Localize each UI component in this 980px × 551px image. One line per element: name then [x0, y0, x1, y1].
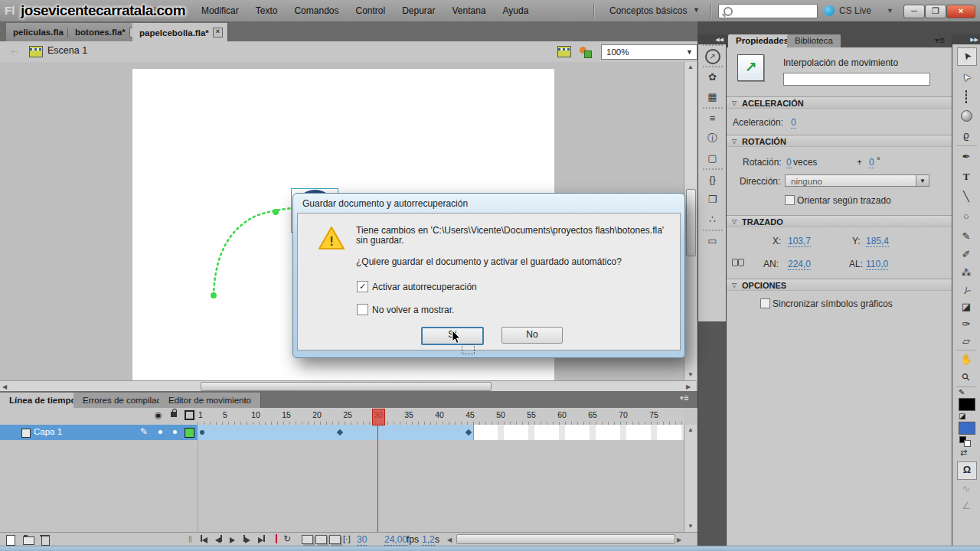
dropdown-arrow-icon[interactable]: ▼: [916, 174, 929, 187]
edit-symbols-button[interactable]: [578, 45, 593, 57]
swatches-panel-icon[interactable]: ▦: [698, 87, 727, 107]
code-snippets-panel-icon[interactable]: {}: [698, 170, 727, 190]
free-transform-tool[interactable]: [957, 89, 975, 106]
orientar-checkbox[interactable]: [785, 195, 795, 205]
onion-outlines-button[interactable]: [315, 535, 327, 544]
layer-outline-color[interactable]: [185, 428, 194, 438]
collapse-triangle-icon[interactable]: ▽: [732, 279, 737, 292]
scroll-up-icon[interactable]: ▲: [684, 426, 697, 433]
fill-color-swatch[interactable]: [959, 422, 975, 435]
angle-value[interactable]: 0: [869, 157, 874, 168]
loop-button[interactable]: ↻: [283, 533, 291, 544]
smooth-option[interactable]: ∿: [957, 481, 975, 497]
workspace-switcher[interactable]: Conceptos básicos: [609, 0, 687, 21]
align-panel-icon[interactable]: ≡: [698, 109, 727, 129]
text-tool[interactable]: T: [957, 168, 975, 185]
layer-lock-dot[interactable]: [173, 430, 177, 434]
no-volver-a-mostrar-checkbox[interactable]: [357, 304, 368, 315]
edit-scene-button[interactable]: [557, 45, 573, 57]
selection-tool[interactable]: ➤: [957, 47, 977, 66]
menu-comandos[interactable]: Comandos: [286, 0, 347, 21]
x-value[interactable]: 103,7: [788, 236, 811, 247]
go-first-frame-button[interactable]: [201, 535, 207, 546]
3d-rotation-tool[interactable]: [957, 107, 975, 124]
step-back-button[interactable]: [215, 535, 222, 546]
back-arrow-icon[interactable]: ←: [9, 44, 20, 56]
eyedropper-tool[interactable]: ✑: [957, 316, 975, 333]
scroll-left-icon[interactable]: ◀: [2, 383, 7, 390]
menu-control[interactable]: Control: [347, 0, 394, 21]
stage-horizontal-scrollbar[interactable]: ◀ ▶: [0, 380, 696, 391]
property-keyframe-icon[interactable]: [466, 429, 472, 435]
section-aceleracion[interactable]: ▽ ACELERACIÓN: [727, 96, 952, 109]
hand-tool[interactable]: ✋: [957, 351, 975, 368]
y-value[interactable]: 185,4: [866, 236, 889, 247]
line-tool[interactable]: ╲: [957, 188, 975, 205]
link-dimensions-icon[interactable]: [732, 258, 743, 266]
close-tab-icon[interactable]: ×: [213, 28, 223, 37]
stroke-color-swatch[interactable]: [959, 398, 975, 411]
section-opciones[interactable]: ▽ OPCIONES: [727, 279, 952, 291]
section-trazado[interactable]: ▽ TRAZADO: [727, 215, 952, 227]
stage-vertical-scrollbar[interactable]: ▲ ▼: [684, 62, 697, 380]
section-rotacion[interactable]: ▽ ROTACIÓN: [727, 135, 952, 147]
rotacion-value[interactable]: 0: [786, 157, 792, 168]
motion-presets-panel-icon[interactable]: ↗: [698, 46, 727, 66]
aceleracion-value[interactable]: 0: [791, 117, 796, 129]
subselection-tool[interactable]: ➤: [957, 69, 975, 86]
tab-papelcebolla[interactable]: papelcebolla.fla* ×: [132, 23, 228, 42]
edit-multiple-frames-button[interactable]: [329, 535, 341, 544]
collapse-to-icons-button[interactable]: ◀◀: [697, 34, 726, 44]
menu-texto[interactable]: Texto: [247, 0, 286, 21]
brush-tool[interactable]: ✐: [957, 246, 975, 263]
layer-name[interactable]: Capa 1: [34, 427, 62, 436]
sincronizar-checkbox[interactable]: [760, 298, 770, 308]
eraser-tool[interactable]: ▱: [957, 333, 975, 350]
collapse-triangle-icon[interactable]: ▽: [732, 216, 737, 228]
play-button[interactable]: [230, 535, 235, 546]
instance-name-input[interactable]: [783, 73, 930, 86]
restore-button[interactable]: ❐: [925, 5, 946, 18]
spray-brush-tool[interactable]: ⁂: [957, 265, 975, 282]
outline-column-icon[interactable]: [185, 410, 194, 420]
collapse-triangle-icon[interactable]: ▽: [732, 135, 737, 148]
lock-column-icon[interactable]: [171, 412, 177, 417]
height-value[interactable]: 110,0: [866, 259, 888, 270]
panel-menu-icon[interactable]: ▾≣: [935, 36, 945, 44]
swap-colors-button[interactable]: ⇄: [960, 448, 967, 458]
straighten-option[interactable]: ∠: [957, 497, 975, 514]
zoom-tool[interactable]: ⚲: [957, 369, 975, 386]
property-keyframe-icon[interactable]: [337, 429, 343, 435]
modify-markers-button[interactable]: [·]: [343, 534, 351, 543]
chevron-down-icon[interactable]: ▼: [693, 6, 700, 14]
frame-rate-value[interactable]: 24,00: [384, 534, 407, 546]
scroll-up-icon[interactable]: ▲: [684, 64, 697, 70]
scroll-right-icon[interactable]: ▶: [677, 536, 681, 543]
new-layer-button[interactable]: [6, 535, 15, 546]
scroll-right-icon[interactable]: ▶: [686, 383, 691, 390]
tab-propiedades[interactable]: Propiedades: [728, 34, 796, 47]
minimize-button[interactable]: ─: [903, 5, 925, 18]
tab-biblioteca[interactable]: Biblioteca: [787, 34, 841, 47]
menu-depurar[interactable]: Depurar: [394, 0, 443, 21]
panel-menu-icon[interactable]: ▾≣: [680, 394, 689, 402]
scroll-left-icon[interactable]: ◀: [447, 536, 452, 543]
new-folder-button[interactable]: [23, 536, 34, 545]
pencil-tool[interactable]: ✎: [957, 228, 975, 245]
go-last-frame-button[interactable]: [258, 535, 265, 546]
pen-tool[interactable]: ✒: [957, 148, 975, 165]
close-button[interactable]: ×: [946, 5, 975, 18]
paint-bucket-tool[interactable]: ◪: [957, 298, 975, 315]
scroll-down-icon[interactable]: ▼: [684, 371, 697, 378]
width-value[interactable]: 224,0: [788, 259, 811, 270]
motion-editor-panel-icon[interactable]: ∴: [698, 210, 727, 230]
zoom-level-combo[interactable]: 100% ▼: [601, 44, 697, 60]
search-input[interactable]: [718, 4, 818, 18]
oval-tool[interactable]: ○: [957, 208, 975, 225]
lasso-tool[interactable]: ϱ: [957, 127, 975, 144]
cs-live-button[interactable]: CS Live: [839, 0, 871, 21]
scene-name[interactable]: Escena 1: [47, 45, 87, 56]
menu-ventana[interactable]: Ventana: [444, 0, 495, 21]
menu-ayuda[interactable]: Ayuda: [495, 0, 537, 21]
no-button[interactable]: No: [501, 327, 563, 344]
